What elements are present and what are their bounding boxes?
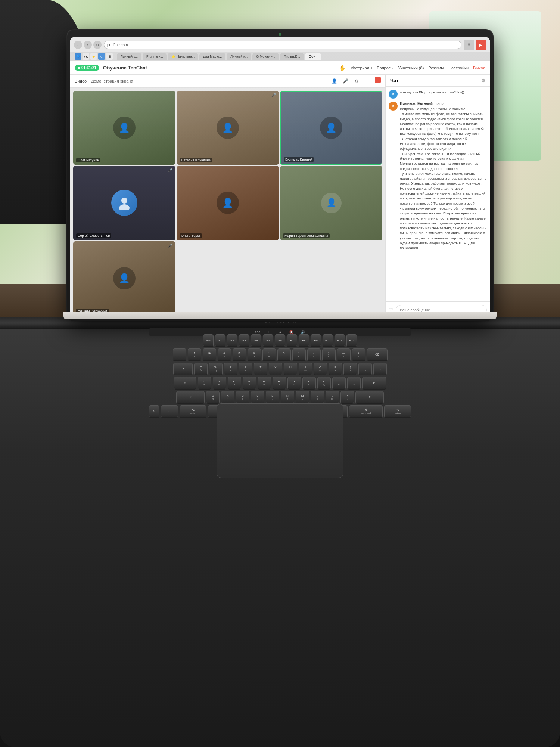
trackpad[interactable] [217, 403, 343, 478]
key-f[interactable]: FА [243, 377, 256, 390]
key-6[interactable]: ^6 [262, 348, 276, 361]
key-tab[interactable]: ⇥ [173, 363, 193, 375]
key-f1[interactable]: F1 [215, 334, 225, 347]
key-h[interactable]: HР [273, 377, 286, 390]
key-n[interactable]: NТ [281, 391, 294, 404]
nav-modes[interactable]: Режимы [428, 66, 444, 70]
key-backspace[interactable]: ⌫ [367, 348, 388, 361]
nav-settings[interactable]: Настройки [448, 66, 469, 70]
expand-icon[interactable]: ⛶ [364, 77, 372, 85]
key-e[interactable]: EУ [224, 363, 237, 375]
touchbar-skip[interactable]: ⏭ [279, 330, 282, 334]
person-icon[interactable]: 👤 [330, 77, 338, 85]
key-3[interactable]: #3 [218, 348, 231, 361]
refresh-button[interactable]: ↻ [93, 41, 102, 49]
toolbar-icon-3[interactable]: ⚡ [90, 53, 97, 60]
browser-tab-1[interactable]: Личный к... [117, 53, 141, 60]
key-q[interactable]: QЙ [194, 363, 208, 375]
key-quote[interactable]: 'Э [347, 377, 361, 390]
address-bar[interactable]: pruffme.com [104, 41, 461, 49]
key-slash[interactable]: /. [340, 391, 354, 404]
nav-participants[interactable]: Участники (8) [398, 66, 424, 70]
key-backslash[interactable]: \ [373, 363, 387, 375]
key-t[interactable]: TЕ [254, 363, 267, 375]
key-f10[interactable]: F10 [323, 334, 333, 347]
key-l[interactable]: LД [317, 377, 331, 390]
key-ctrl[interactable]: ctrl [161, 405, 178, 418]
browser-tab-4[interactable]: для Мас о... [199, 53, 225, 60]
key-comma[interactable]: ,Б [311, 391, 324, 404]
key-esc[interactable]: esc [203, 334, 214, 347]
toolbar-icon-5[interactable]: 🖥 [106, 53, 113, 60]
browser-tab-6[interactable]: G Movavi -... [252, 53, 279, 60]
key-f3[interactable]: F3 [239, 334, 249, 347]
key-x[interactable]: XЧ [221, 391, 234, 404]
key-f11[interactable]: F11 [335, 334, 345, 347]
key-4[interactable]: $4 [233, 348, 246, 361]
key-f7[interactable]: F7 [287, 334, 297, 347]
key-2[interactable]: @2 [203, 348, 216, 361]
key-f12[interactable]: F12 [346, 334, 357, 347]
mic-off-icon[interactable]: 🎤 [341, 77, 349, 85]
key-period[interactable]: .Ю [326, 391, 339, 404]
key-option-left[interactable]: ⌥option [180, 405, 206, 418]
toolbar-icon-2[interactable]: VK [83, 53, 89, 60]
key-z[interactable]: ZЯ [206, 391, 220, 404]
key-d[interactable]: DВ [228, 377, 241, 390]
key-enter[interactable]: ↵ [362, 377, 386, 390]
video-button[interactable]: ▶ [476, 40, 486, 50]
forward-button[interactable]: › [84, 41, 92, 49]
key-s[interactable]: SЫ [213, 377, 226, 390]
key-fn[interactable]: fn [149, 405, 159, 418]
browser-tab-8[interactable]: Обу... [305, 53, 321, 60]
key-g[interactable]: GП [258, 377, 271, 390]
key-capslock[interactable]: ⇪ [174, 377, 196, 390]
key-k[interactable]: KЛ [302, 377, 316, 390]
key-y[interactable]: YН [269, 363, 282, 375]
key-option-right[interactable]: ⌥option [384, 405, 411, 418]
key-0[interactable]: )0 [322, 348, 336, 361]
key-u[interactable]: UГ [284, 363, 297, 375]
browser-tab-7[interactable]: ФильтрВ... [280, 53, 304, 60]
key-lshift[interactable]: ⇧ [176, 391, 205, 404]
key-b[interactable]: BИ [266, 391, 279, 404]
key-a[interactable]: AФ [198, 377, 211, 390]
browser-tab-3[interactable]: ⭐ Начальна... [168, 53, 198, 60]
video-tab[interactable]: Видео [75, 79, 87, 83]
key-v[interactable]: VМ [251, 391, 264, 404]
key-f8[interactable]: F8 [299, 334, 309, 347]
key-rshift[interactable]: ⇧ [355, 391, 384, 404]
browser-tab-5[interactable]: Личный к... [227, 53, 251, 60]
key-o[interactable]: OЩ [314, 363, 327, 375]
settings-icon[interactable]: ⚙ [352, 77, 361, 85]
nav-questions[interactable]: Вопросы [377, 66, 393, 70]
key-j[interactable]: JО [287, 377, 301, 390]
key-w[interactable]: WЦ [209, 363, 223, 375]
screen-share-tab[interactable]: Демонстрация экрана [91, 79, 133, 83]
key-i[interactable]: IШ [299, 363, 312, 375]
key-9[interactable]: (9 [307, 348, 321, 361]
key-7[interactable]: &7 [277, 348, 291, 361]
key-backtick[interactable]: ~` [173, 348, 186, 361]
key-p[interactable]: PЗ [329, 363, 342, 375]
key-8[interactable]: *8 [292, 348, 306, 361]
key-f4[interactable]: F4 [251, 334, 261, 347]
key-f9[interactable]: F9 [311, 334, 321, 347]
nav-materials[interactable]: Материалы [350, 66, 372, 70]
extensions-button[interactable]: ⠿ [464, 40, 474, 50]
key-equals[interactable]: += [352, 348, 365, 361]
key-m[interactable]: MЬ [296, 391, 309, 404]
key-rbracket[interactable]: ]Ъ [358, 363, 372, 375]
key-c[interactable]: CС [236, 391, 249, 404]
key-minus[interactable]: —- [337, 348, 351, 361]
browser-tab-2[interactable]: Pruffme -... [143, 53, 167, 60]
key-r[interactable]: RК [239, 363, 252, 375]
key-f2[interactable]: F2 [227, 334, 237, 347]
touchbar-esc[interactable]: esc [255, 330, 260, 334]
key-lbracket[interactable]: [Х [343, 363, 357, 375]
key-command-right[interactable]: ⌘command [349, 405, 383, 418]
nav-exit[interactable]: Выход [473, 66, 485, 70]
key-semicolon[interactable]: ;Ж [332, 377, 346, 390]
touchbar-volume[interactable]: 🔊 [301, 330, 305, 334]
back-button[interactable]: ‹ [74, 41, 82, 49]
